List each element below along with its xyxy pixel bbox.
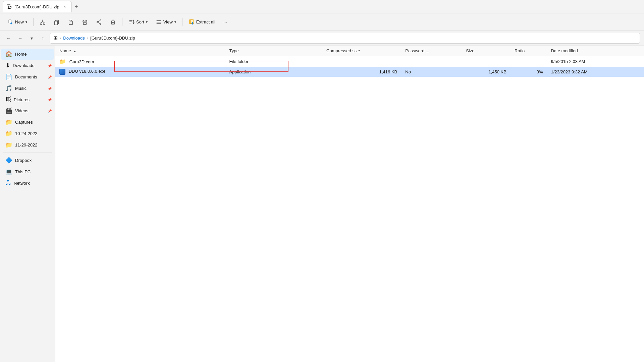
delete-button[interactable] bbox=[107, 17, 119, 27]
cell-date-guru3d: 9/5/2015 2:03 AM bbox=[547, 56, 644, 67]
breadcrumb-zipfile: [Guru3D.com]-DDU.zip bbox=[90, 36, 135, 41]
extract-icon bbox=[189, 19, 195, 25]
copypath-icon bbox=[82, 19, 88, 25]
breadcrumb-downloads[interactable]: Downloads bbox=[63, 36, 85, 41]
table-row[interactable]: DDU v18.0.6.0.exe Application 1,416 KB N… bbox=[55, 67, 644, 77]
svg-line-5 bbox=[41, 21, 43, 23]
forward-button[interactable]: → bbox=[15, 34, 25, 43]
thispc-icon: 💻 bbox=[5, 168, 12, 175]
tab-label: [Guru3D.com]-DDU.zip bbox=[14, 4, 59, 9]
svg-rect-13 bbox=[84, 22, 87, 24]
videos-pin-icon: 📌 bbox=[48, 109, 52, 113]
toolbar: New ▾ bbox=[0, 13, 644, 31]
table-row[interactable]: 📁 Guru3D.com File folder 9/5/2015 2:03 A… bbox=[55, 56, 644, 67]
cell-ratio-guru3d bbox=[511, 56, 547, 67]
svg-rect-0 bbox=[9, 19, 11, 23]
sidebar-videos-label: Videos bbox=[15, 108, 29, 113]
sidebar-item-10242022[interactable]: 📁 10-24-2022 bbox=[1, 128, 54, 139]
sidebar-item-home[interactable]: 🏠 Home bbox=[1, 49, 54, 60]
sidebar-item-dropbox[interactable]: 🔷 Dropbox bbox=[1, 155, 54, 166]
toolbar-separator-3 bbox=[182, 18, 182, 26]
sort-arrow-name: ▲ bbox=[73, 49, 76, 53]
more-label: ··· bbox=[223, 19, 227, 24]
col-header-password[interactable]: Password ... bbox=[401, 46, 462, 56]
pictures-pin-icon: 📌 bbox=[48, 98, 52, 102]
table-body: 📁 Guru3D.com File folder 9/5/2015 2:03 A… bbox=[55, 56, 644, 77]
col-header-compressed[interactable]: Compressed size bbox=[322, 46, 401, 56]
svg-rect-9 bbox=[55, 21, 58, 25]
sort-button[interactable]: Sort ▾ bbox=[125, 17, 151, 27]
up-button[interactable]: ↑ bbox=[38, 34, 48, 43]
delete-icon bbox=[110, 19, 116, 25]
col-header-size[interactable]: Size bbox=[462, 46, 511, 56]
breadcrumb-sep-1: › bbox=[60, 36, 61, 41]
breadcrumb[interactable]: ⊞ › Downloads › [Guru3D.com]-DDU.zip bbox=[50, 33, 640, 44]
more-button[interactable]: ··· bbox=[220, 17, 230, 26]
sidebar-item-11292022[interactable]: 📁 11-29-2022 bbox=[1, 139, 54, 150]
extract-all-label: Extract all bbox=[196, 19, 215, 24]
videos-icon: 🎬 bbox=[5, 107, 12, 114]
col-header-type[interactable]: Type bbox=[225, 46, 322, 56]
back-button[interactable]: ← bbox=[4, 34, 13, 43]
paste-button[interactable] bbox=[64, 17, 77, 27]
sidebar-network-label: Network bbox=[14, 181, 30, 186]
share-button[interactable] bbox=[93, 17, 105, 27]
sidebar-item-downloads[interactable]: ⬇ Downloads 📌 bbox=[1, 60, 54, 71]
new-button[interactable]: New ▾ bbox=[4, 17, 31, 27]
cell-compressed-ddu: 1,416 KB bbox=[322, 67, 401, 77]
sidebar-item-videos[interactable]: 🎬 Videos 📌 bbox=[1, 105, 54, 116]
view-label: View bbox=[163, 19, 173, 24]
sidebar-pictures-label: Pictures bbox=[14, 97, 30, 102]
sidebar-item-documents[interactable]: 📄 Documents 📌 bbox=[1, 71, 54, 82]
view-button[interactable]: View ▾ bbox=[152, 17, 179, 27]
sidebar-item-pictures[interactable]: 🖼 Pictures 📌 bbox=[1, 94, 54, 105]
extract-all-button[interactable]: Extract all bbox=[185, 17, 219, 27]
col-header-date[interactable]: Date modified bbox=[547, 46, 644, 56]
svg-point-14 bbox=[100, 19, 101, 21]
cell-type-guru3d: File folder bbox=[225, 56, 322, 67]
sort-icon bbox=[128, 19, 135, 25]
svg-line-18 bbox=[98, 22, 100, 23]
sort-label: Sort bbox=[136, 19, 144, 24]
cell-password-ddu: No bbox=[401, 67, 462, 77]
sidebar-item-thispc[interactable]: 💻 This PC bbox=[1, 166, 54, 177]
folder-1129-icon: 📁 bbox=[5, 141, 12, 148]
documents-icon: 📄 bbox=[5, 73, 12, 80]
file-table: Name ▲ Type Compressed size Password ... bbox=[55, 46, 644, 77]
breadcrumb-home-icon: ⊞ bbox=[53, 35, 58, 41]
music-pin-icon: 📌 bbox=[48, 86, 52, 90]
sidebar-home-label: Home bbox=[15, 52, 27, 57]
sidebar-thispc-label: This PC bbox=[15, 169, 31, 174]
table-header: Name ▲ Type Compressed size Password ... bbox=[55, 46, 644, 56]
documents-pin-icon: 📌 bbox=[48, 75, 52, 79]
svg-rect-19 bbox=[112, 21, 115, 24]
svg-line-6 bbox=[43, 21, 44, 23]
toolbar-separator-2 bbox=[122, 18, 122, 26]
paste-icon bbox=[68, 19, 74, 25]
svg-point-3 bbox=[40, 22, 42, 24]
svg-rect-10 bbox=[69, 21, 73, 24]
sidebar-item-captures[interactable]: 📁 Captures bbox=[1, 117, 54, 128]
copy-button[interactable] bbox=[50, 17, 63, 27]
copypath-button[interactable] bbox=[78, 17, 91, 27]
col-header-name[interactable]: Name ▲ bbox=[55, 46, 225, 56]
cut-button[interactable] bbox=[36, 17, 49, 27]
downloads-icon: ⬇ bbox=[5, 62, 10, 69]
dropbox-icon: 🔷 bbox=[5, 157, 12, 164]
cell-password-guru3d bbox=[401, 56, 462, 67]
copy-icon bbox=[54, 19, 60, 25]
tab-close-button[interactable]: × bbox=[62, 4, 67, 9]
sidebar-item-music[interactable]: 🎵 Music 📌 bbox=[1, 83, 54, 94]
col-header-ratio[interactable]: Ratio bbox=[511, 46, 547, 56]
tab[interactable]: 🗜 [Guru3D.com]-DDU.zip × bbox=[3, 1, 72, 12]
new-label: New bbox=[15, 19, 24, 24]
sidebar-downloads-label: Downloads bbox=[13, 63, 34, 68]
new-tab-button[interactable]: + bbox=[72, 2, 81, 11]
app-icon-ddu bbox=[59, 69, 65, 75]
title-bar: 🗜 [Guru3D.com]-DDU.zip × + bbox=[0, 0, 644, 13]
sidebar-item-network[interactable]: 🖧 Network bbox=[1, 178, 54, 188]
sidebar-11292022-label: 11-29-2022 bbox=[15, 142, 38, 147]
sidebar-10242022-label: 10-24-2022 bbox=[15, 131, 38, 136]
recent-button[interactable]: ▾ bbox=[27, 34, 36, 43]
new-chevron: ▾ bbox=[25, 20, 27, 24]
